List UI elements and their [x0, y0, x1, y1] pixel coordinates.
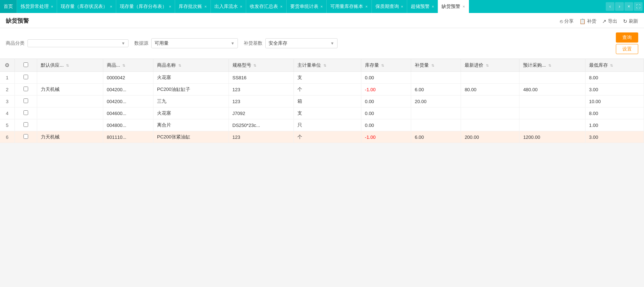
- export-icon: ↗: [602, 18, 606, 24]
- page-header: 缺货预警 ⎋ 分享 📋 补货 ↗ 导出 ↻ 刷新: [0, 13, 644, 28]
- th-unit[interactable]: 主计量单位 ⇅: [294, 59, 361, 72]
- sort-name-icon: ⇅: [178, 63, 181, 67]
- header-actions: ⎋ 分享 📋 补货 ↗ 导出 ↻ 刷新: [560, 18, 638, 25]
- close-tab-9-icon[interactable]: ×: [401, 4, 403, 9]
- export-button[interactable]: ↗ 导出: [602, 18, 617, 25]
- cell-supplier-5: 力天机械: [37, 131, 103, 143]
- close-tab-3-icon[interactable]: ×: [169, 4, 171, 9]
- nav-fullscreen-button[interactable]: ⛶: [634, 2, 643, 11]
- cell-code-5: 801110...: [103, 131, 153, 143]
- cell-est-purchase-4: [519, 119, 585, 131]
- th-stock[interactable]: 库存量 ⇅: [361, 59, 411, 72]
- refresh-button[interactable]: ↻ 刷新: [623, 18, 638, 25]
- restock-button[interactable]: 📋 补货: [579, 18, 596, 25]
- cell-latest-price-3: [461, 107, 519, 119]
- restock-label: 补货基数: [244, 40, 262, 47]
- cell-min-stock-4: 1.00: [585, 119, 644, 131]
- cell-restock-2: 20.00: [411, 96, 461, 107]
- cell-stock-1: -1.00: [361, 84, 411, 96]
- nav-tab-1[interactable]: 拣货异常处理 ×: [17, 0, 57, 13]
- cell-stock-4: 0.00: [361, 119, 411, 131]
- query-button[interactable]: 查询: [616, 32, 638, 43]
- table-row: 1 0000042 火花塞 SS816 支 0.00 8.00: [0, 72, 644, 84]
- close-tab-7-icon[interactable]: ×: [321, 4, 323, 9]
- cell-checkbox-2[interactable]: [14, 96, 37, 107]
- cell-name-3: 火花塞: [153, 107, 229, 119]
- close-tab-2-icon[interactable]: ×: [110, 4, 112, 9]
- cell-supplier-2: [37, 96, 103, 107]
- cell-unit-5: 个: [294, 131, 361, 143]
- cell-supplier-3: [37, 107, 103, 119]
- nav-tab-10[interactable]: 超储预警 ×: [407, 0, 438, 13]
- nav-tab-5[interactable]: 出入库流水 ×: [211, 0, 246, 13]
- category-filter-group: 商品分类 ▼: [6, 39, 129, 47]
- nav-close-button[interactable]: ×: [625, 2, 633, 11]
- th-name[interactable]: 商品名称 ⇅: [153, 59, 229, 72]
- restock-filter-group: 补货基数 安全库存 ▼: [244, 38, 338, 48]
- cell-checkbox-1[interactable]: [14, 84, 37, 96]
- nav-tab-2[interactable]: 现存量（库存状况表） ×: [57, 0, 116, 13]
- close-tab-4-icon[interactable]: ×: [204, 4, 206, 9]
- cell-latest-price-1: 80.00: [461, 84, 519, 96]
- filter-actions: 查询 设置: [616, 32, 638, 54]
- cell-restock-0: [411, 72, 461, 84]
- close-tab-6-icon[interactable]: ×: [280, 4, 282, 9]
- close-tab-5-icon[interactable]: ×: [240, 4, 242, 9]
- cell-checkbox-0[interactable]: [14, 72, 37, 84]
- nav-tab-9[interactable]: 保质期查询 ×: [372, 0, 407, 13]
- th-restock[interactable]: 补货量 ⇅: [411, 59, 461, 72]
- share-button[interactable]: ⎋ 分享: [560, 18, 574, 25]
- close-tab-11-icon[interactable]: ×: [462, 4, 465, 9]
- th-est-purchase[interactable]: 预计采购... ⇅: [519, 59, 585, 72]
- table-row: 2 力天机械 004200... PC200油缸缸子 123 个 -1.00 6…: [0, 84, 644, 96]
- cell-checkbox-5[interactable]: [14, 131, 37, 143]
- nav-prev-button[interactable]: ‹: [606, 2, 614, 11]
- close-tab-10-icon[interactable]: ×: [432, 4, 434, 9]
- cell-supplier-0: [37, 72, 103, 84]
- cell-checkbox-3[interactable]: [14, 107, 37, 119]
- datasource-select[interactable]: 可用量 ▼: [151, 38, 238, 48]
- cell-code-4: 004800...: [103, 119, 153, 131]
- nav-tab-home[interactable]: 首页: [0, 0, 17, 13]
- nav-tab-7[interactable]: 要货单统计表 ×: [287, 0, 327, 13]
- th-code[interactable]: 商品... ⇅: [103, 59, 153, 72]
- row-checkbox-5[interactable]: [23, 134, 28, 139]
- cell-unit-2: 箱: [294, 96, 361, 107]
- th-spec[interactable]: 规格型号 ⇅: [229, 59, 294, 72]
- category-select[interactable]: ▼: [27, 39, 129, 47]
- th-min-stock[interactable]: 最低库存 ⇅: [585, 59, 644, 72]
- close-tab-8-icon[interactable]: ×: [365, 4, 367, 9]
- nav-tab-8[interactable]: 可用量库存账本 ×: [327, 0, 371, 13]
- cell-stock-0: 0.00: [361, 72, 411, 84]
- cell-name-1: PC200油缸缸子: [153, 84, 229, 96]
- cell-spec-3: J7092: [229, 107, 294, 119]
- cell-checkbox-4[interactable]: [14, 119, 37, 131]
- th-settings[interactable]: ⚙: [0, 59, 14, 72]
- th-supplier[interactable]: 默认供应... ⇅: [37, 59, 103, 72]
- cell-num-2: 3: [0, 96, 14, 107]
- table-settings-gear-icon[interactable]: ⚙: [5, 62, 9, 68]
- settings-button[interactable]: 设置: [616, 44, 638, 54]
- close-tab-1-icon[interactable]: ×: [51, 4, 53, 9]
- row-checkbox-4[interactable]: [23, 122, 28, 127]
- restock-select[interactable]: 安全库存 ▼: [265, 38, 338, 48]
- nav-tab-3[interactable]: 现存量（库存分布表） ×: [116, 0, 175, 13]
- nav-next-button[interactable]: ›: [615, 2, 624, 11]
- nav-tab-6[interactable]: 收发存汇总表 ×: [246, 0, 286, 13]
- cell-latest-price-2: [461, 96, 519, 107]
- cell-stock-3: 0.00: [361, 107, 411, 119]
- cell-spec-5: 123: [229, 131, 294, 143]
- th-latest-price[interactable]: 最新进价 ⇅: [461, 59, 519, 72]
- cell-unit-3: 支: [294, 107, 361, 119]
- nav-tab-4[interactable]: 库存批次账 ×: [175, 0, 210, 13]
- filter-row: 商品分类 ▼ 数据源 可用量 ▼ 补货基数 安全库存 ▼ 查询 设置: [0, 28, 644, 59]
- cell-est-purchase-3: [519, 107, 585, 119]
- cell-est-purchase-5: 1200.00: [519, 131, 585, 143]
- row-checkbox-0[interactable]: [23, 75, 28, 79]
- top-nav: 首页 拣货异常处理 × 现存量（库存状况表） × 现存量（库存分布表） × 库存…: [0, 0, 644, 13]
- nav-tab-11[interactable]: 缺货预警 ×: [438, 0, 469, 13]
- row-checkbox-3[interactable]: [23, 110, 28, 115]
- select-all-checkbox[interactable]: [23, 62, 28, 67]
- row-checkbox-1[interactable]: [23, 87, 28, 91]
- row-checkbox-2[interactable]: [23, 98, 28, 103]
